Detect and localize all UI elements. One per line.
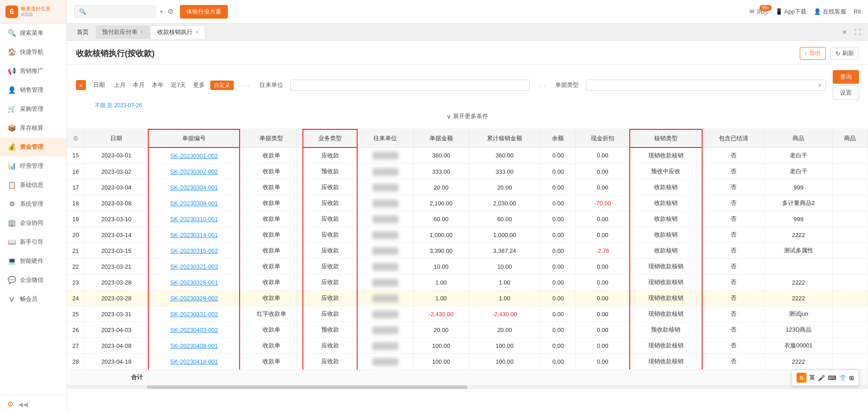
cell-type: 收款单: [240, 195, 303, 211]
tab-fullscreen-icon[interactable]: ⛶: [853, 28, 863, 37]
docno-link[interactable]: SK-20230403-002: [170, 327, 218, 333]
cell-closed: 否: [702, 322, 765, 338]
cell-date: 2023-03-28: [85, 290, 148, 306]
col-date: 日期: [85, 129, 148, 147]
scrollbar-thumb[interactable]: [147, 385, 467, 389]
docno-link[interactable]: SK-20230418-001: [170, 358, 218, 365]
sidebar-collapse-button[interactable]: ◀◀: [18, 401, 28, 408]
float-mic-icon[interactable]: 🎤: [818, 375, 825, 381]
sidebar-item-marketing[interactable]: 📢 营销推广: [0, 62, 66, 81]
message-icon: ✉: [750, 8, 755, 15]
docno-link[interactable]: SK-20230314-001: [170, 232, 218, 238]
cell-discount: 0.00: [576, 227, 630, 243]
cell-type: 收款单: [240, 275, 303, 290]
float-shirt-icon[interactable]: 👕: [839, 375, 846, 381]
query-button[interactable]: 查询: [833, 70, 859, 84]
expand-more-button[interactable]: ∨ 展开更多条件: [76, 109, 859, 123]
sidebar-item-sales[interactable]: 👤 销售管理: [0, 81, 66, 100]
cell-balance: 0.00: [540, 243, 576, 259]
date-this-year[interactable]: 本年: [150, 80, 165, 90]
docno-link[interactable]: SK-20230328-001: [170, 279, 218, 286]
sidebar-item-finance[interactable]: 💰 资金管理: [0, 138, 66, 157]
cell-company: ██████: [357, 180, 413, 195]
date-last-7-days[interactable]: 近7天: [169, 80, 188, 90]
cell-discount: 0.00: [576, 164, 630, 180]
float-grid-icon[interactable]: ⊞: [849, 375, 854, 381]
total-value: [148, 370, 868, 385]
cell-vertype: 预收款核销: [630, 322, 702, 338]
docno-link[interactable]: SK-20230315-002: [170, 247, 218, 254]
float-keyboard-icon[interactable]: ⌨: [828, 375, 836, 381]
sidebar-item-ops[interactable]: 📊 经营管理: [0, 157, 66, 176]
horizontal-scrollbar[interactable]: [67, 385, 868, 389]
sidebar-item-system[interactable]: ⚙ 系统管理: [0, 195, 66, 214]
solution-button[interactable]: 体验行业方案: [180, 5, 228, 19]
cell-verified: 10.00: [469, 259, 540, 275]
cell-balance: 0.00: [540, 290, 576, 306]
company-filter-input[interactable]: [290, 80, 530, 91]
cell-biztype: 应收款: [303, 147, 357, 164]
cell-vertype: 收款核销: [630, 227, 702, 243]
docno-link[interactable]: SK-20230308-001: [170, 200, 218, 207]
setting-button[interactable]: 设置: [833, 85, 859, 100]
cell-discount: -70.00: [576, 195, 630, 211]
cell-docno: SK-20230321-003: [148, 259, 240, 275]
tab-close-all-icon[interactable]: ✕: [840, 28, 849, 37]
sidebar-item-member[interactable]: V 畅会员: [0, 290, 66, 309]
dropdown-arrow-icon[interactable]: ▾: [160, 9, 163, 15]
app-download-action[interactable]: 📱 App下载: [775, 8, 807, 16]
docno-link[interactable]: SK-20230331-002: [170, 311, 218, 318]
sidebar-item-guide[interactable]: 📖 新手引导: [0, 233, 66, 252]
cell-goods1: 2222: [765, 354, 832, 370]
docno-link[interactable]: SK-20230310-001: [170, 216, 218, 223]
cell-discount: -2.76: [576, 243, 630, 259]
sidebar-item-wechat[interactable]: 💬 企业微信: [0, 271, 66, 290]
tab-prepay[interactable]: 预付款应付单 ×: [96, 25, 150, 39]
cell-date: 2023-03-15: [85, 243, 148, 259]
search-input[interactable]: [89, 9, 143, 15]
sidebar-item-inventory[interactable]: 📦 库存核算: [0, 119, 66, 138]
sidebar-item-hardware[interactable]: 💻 智能硬件: [0, 252, 66, 271]
topbar-search-box[interactable]: 🔍: [74, 5, 156, 18]
message-action[interactable]: ✉ 消息 99+: [750, 8, 768, 16]
col-verified: 累计核销金额: [469, 129, 540, 147]
column-settings-icon[interactable]: ⚙: [73, 135, 79, 142]
tab-home[interactable]: 首页: [71, 25, 95, 39]
docno-link[interactable]: SK-20230304-001: [170, 184, 218, 191]
sidebar-item-nav[interactable]: 🏠 快捷导航: [0, 43, 66, 62]
sidebar-item-search[interactable]: 🔍 搜索菜单: [0, 24, 66, 43]
user-name[interactable]: Rit: [854, 8, 861, 15]
filter-collapse-button[interactable]: »: [76, 80, 86, 90]
tab-prepay-close-icon[interactable]: ×: [140, 29, 143, 35]
cell-docno: SK-20230418-001: [148, 354, 240, 370]
tab-verify[interactable]: 收款核销执行 ×: [151, 25, 205, 39]
cell-closed: 否: [702, 290, 765, 306]
refresh-button[interactable]: ↻ 刷新: [830, 47, 859, 60]
marketing-icon: 📢: [7, 67, 16, 75]
docno-link[interactable]: SK-20230321-003: [170, 263, 218, 270]
online-service-action[interactable]: 👤 在线客服: [814, 8, 846, 16]
expand-more-label: 展开更多条件: [453, 112, 488, 120]
sidebar-item-corp[interactable]: 🏢 企业协同: [0, 214, 66, 233]
cell-amount: 1.00: [413, 290, 469, 306]
docno-link[interactable]: SK-20230408-001: [170, 342, 218, 349]
cell-vertype: 收款核销: [630, 211, 702, 227]
tab-verify-close-icon[interactable]: ×: [195, 29, 198, 35]
date-more[interactable]: 更多: [191, 80, 207, 90]
type-filter-select[interactable]: ▾: [586, 80, 826, 91]
settings-bottom-icon[interactable]: ⚙: [7, 400, 14, 408]
sidebar-item-base[interactable]: 📋 基础信息: [0, 176, 66, 195]
service-icon: 👤: [814, 8, 821, 15]
date-this-month[interactable]: 本月: [131, 80, 146, 90]
cell-balance: 0.00: [540, 227, 576, 243]
sidebar-item-purchase[interactable]: 🛒 采购管理: [0, 100, 66, 119]
date-last-month[interactable]: 上月: [112, 80, 127, 90]
export-button[interactable]: ↑ 导出: [800, 47, 826, 60]
col-type: 单据类型: [240, 129, 303, 147]
docno-link[interactable]: SK-20230301-002: [170, 152, 218, 159]
table-row: 21 2023-03-15 SK-20230315-002 收款单 应收款 ██…: [67, 243, 868, 259]
docno-link[interactable]: SK-20230328-002: [170, 295, 218, 302]
docno-link[interactable]: SK-20230302-002: [170, 168, 218, 175]
topbar-gear-icon[interactable]: ⚙: [167, 7, 174, 16]
date-custom-button[interactable]: 自定义: [210, 81, 234, 90]
